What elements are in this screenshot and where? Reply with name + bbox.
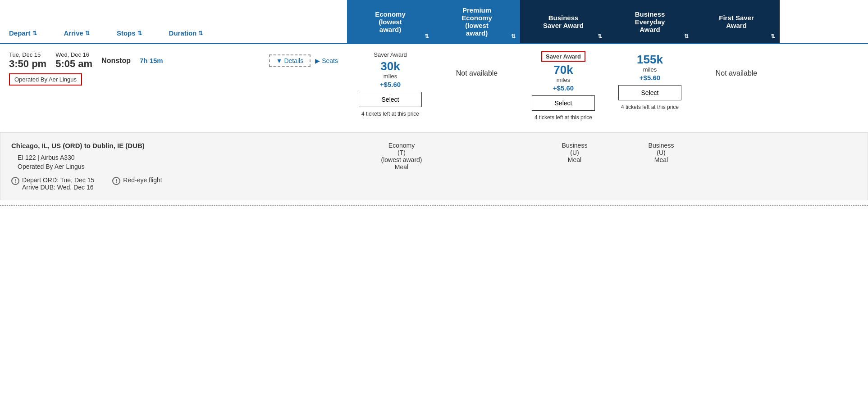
- duration-block: 7h 15m: [140, 57, 163, 64]
- flight-award-cols: Saver Award 30k miles +$5.60 Select 4 ti…: [347, 51, 868, 121]
- first-saver-sort-arrow: ⇅: [771, 33, 775, 40]
- economy-fee: +$5.60: [380, 81, 401, 88]
- biz-saver-details-col: Business (U) Meal: [531, 142, 618, 191]
- bottom-divider: [0, 205, 868, 205]
- flight-left: Tue, Dec 15 3:50 pm Wed, Dec 16 5:05 am …: [0, 51, 347, 86]
- arrive-sort-icon: ⇅: [85, 30, 90, 36]
- details-depart-info: ! Depart ORD: Tue, Dec 15 Arrive DUB: We…: [11, 176, 94, 191]
- seats-label: Seats: [322, 57, 338, 64]
- economy-details-col: Economy (T) (lowest award) Meal: [358, 142, 445, 191]
- duration-label: Duration: [169, 29, 197, 37]
- biz-everyday-sort-arrow: ⇅: [684, 33, 689, 40]
- biz-everyday-header-text: BusinessEverydayAward: [635, 10, 665, 33]
- red-eye-icon: !: [112, 177, 120, 185]
- biz-saver-select-button[interactable]: Select: [532, 95, 595, 111]
- economy-detail-class: Economy: [363, 142, 440, 149]
- premium-details-col: [445, 142, 531, 191]
- details-red-eye: ! Red-eye flight: [112, 176, 162, 191]
- biz-saver-tickets-left: 4 tickets left at this price: [535, 114, 592, 121]
- biz-saver-detail-code: (U): [536, 149, 613, 156]
- flight-main-row: Tue, Dec 15 3:50 pm Wed, Dec 16 5:05 am …: [0, 44, 868, 128]
- flight-section: Tue, Dec 15 3:50 pm Wed, Dec 16 5:05 am …: [0, 44, 868, 206]
- biz-everyday-tickets-left: 4 tickets left at this price: [621, 104, 679, 110]
- depart-label: Depart: [9, 29, 31, 37]
- stops-value: Nonstop: [101, 57, 131, 64]
- biz-everyday-miles: 155k: [637, 53, 663, 66]
- economy-header[interactable]: Economy(lowestaward) ⇅: [347, 0, 434, 43]
- biz-saver-miles-text: miles: [557, 77, 570, 83]
- biz-saver-fee: +$5.60: [553, 84, 574, 92]
- biz-everyday-details-col: Business (U) Meal: [618, 142, 704, 191]
- details-inner: Chicago, IL, US (ORD) to Dublin, IE (DUB…: [11, 142, 857, 191]
- biz-saver-miles: 70k: [553, 63, 573, 77]
- first-saver-details-col: [704, 142, 791, 191]
- depart-sort-icon: ⇅: [32, 30, 37, 36]
- arrive-header[interactable]: Arrive ⇅: [64, 29, 90, 39]
- economy-col: Saver Award 30k miles +$5.60 Select 4 ti…: [347, 51, 434, 121]
- stops-sort-icon: ⇅: [137, 30, 142, 36]
- details-award-cols: Economy (T) (lowest award) Meal Business…: [358, 142, 857, 191]
- depart-schedule-text: Depart ORD: Tue, Dec 15 Arrive DUB: Wed,…: [22, 176, 94, 191]
- biz-everyday-fee: +$5.60: [640, 74, 660, 81]
- red-eye-text: Red-eye flight: [123, 176, 162, 184]
- details-flight-number: EI 122 | Airbus A330: [11, 154, 349, 161]
- details-arrow-icon: ▼: [276, 57, 283, 64]
- economy-tickets-left: 4 tickets left at this price: [361, 111, 419, 117]
- biz-saver-col: Saver Award 70k miles +$5.60 Select 4 ti…: [520, 51, 607, 121]
- economy-sort-arrow: ⇅: [425, 33, 429, 40]
- biz-saver-detail-class: Business: [536, 142, 613, 149]
- premium-header-text: PremiumEconomy(lowestaward): [461, 6, 492, 37]
- flight-info-row: Tue, Dec 15 3:50 pm Wed, Dec 16 5:05 am …: [9, 51, 338, 70]
- economy-detail-meal: Meal: [363, 163, 440, 171]
- economy-miles-text: miles: [384, 73, 397, 80]
- biz-everyday-select-button[interactable]: Select: [618, 85, 681, 100]
- details-route: Chicago, IL, US (ORD) to Dublin, IE (DUB…: [11, 142, 349, 149]
- details-seats-group: ▼ Details ▶ Seats: [269, 54, 338, 67]
- arrive-time: 5:05 am: [55, 58, 92, 70]
- premium-col: Not available: [434, 51, 520, 121]
- biz-saver-award-label: Saver Award: [541, 51, 585, 62]
- biz-everyday-col: 155k miles +$5.60 Select 4 tickets left …: [607, 51, 693, 121]
- biz-saver-sort-arrow: ⇅: [598, 33, 602, 40]
- biz-everyday-miles-text: miles: [643, 66, 657, 73]
- depart-info-icon: !: [11, 177, 19, 185]
- biz-saver-header-text: BusinessSaver Award: [543, 14, 584, 29]
- arrive-block: Wed, Dec 16 5:05 am: [55, 51, 92, 70]
- first-saver-not-available: Not available: [716, 51, 758, 77]
- economy-detail-type: (lowest award): [363, 156, 440, 163]
- arrive-date: Wed, Dec 16: [55, 51, 92, 58]
- details-button[interactable]: ▼ Details: [269, 54, 311, 67]
- operated-by-block: Operated By Aer Lingus: [9, 70, 338, 86]
- first-saver-header[interactable]: First SaverAward ⇅: [693, 0, 780, 43]
- biz-saver-detail-meal: Meal: [536, 156, 613, 163]
- header-row: Depart ⇅ Arrive ⇅ Stops ⇅ Duration ⇅ Eco…: [0, 0, 868, 44]
- first-saver-header-text: First SaverAward: [719, 14, 754, 29]
- arrive-label: Arrive: [64, 29, 83, 37]
- first-saver-col: Not available: [693, 51, 780, 121]
- depart-time: 3:50 pm: [9, 58, 46, 70]
- duration-value: 7h 15m: [140, 57, 163, 64]
- biz-everyday-header[interactable]: BusinessEverydayAward ⇅: [607, 0, 693, 43]
- biz-saver-header[interactable]: BusinessSaver Award ⇅: [520, 0, 607, 43]
- details-schedule: ! Depart ORD: Tue, Dec 15 Arrive DUB: We…: [11, 176, 349, 191]
- premium-header[interactable]: PremiumEconomy(lowestaward) ⇅: [434, 0, 520, 43]
- biz-everyday-detail-class: Business: [622, 142, 700, 149]
- seats-arrow-icon: ▶: [315, 57, 320, 64]
- page-wrapper: Depart ⇅ Arrive ⇅ Stops ⇅ Duration ⇅ Eco…: [0, 0, 868, 397]
- depart-date: Tue, Dec 15: [9, 51, 46, 58]
- premium-not-available: Not available: [456, 51, 498, 77]
- duration-sort-icon: ⇅: [198, 30, 203, 36]
- details-left: Chicago, IL, US (ORD) to Dublin, IE (DUB…: [11, 142, 358, 191]
- award-headers: Economy(lowestaward) ⇅ PremiumEconomy(lo…: [347, 0, 868, 43]
- economy-miles: 30k: [380, 60, 400, 73]
- operated-by-badge: Operated By Aer Lingus: [9, 73, 82, 86]
- depart-header[interactable]: Depart ⇅: [9, 29, 37, 39]
- stops-header[interactable]: Stops ⇅: [117, 29, 142, 39]
- economy-detail-code: (T): [363, 149, 440, 156]
- details-section: Chicago, IL, US (ORD) to Dublin, IE (DUB…: [0, 132, 868, 200]
- economy-header-text: Economy(lowestaward): [375, 10, 406, 33]
- details-label: Details: [284, 57, 303, 64]
- duration-header[interactable]: Duration ⇅: [169, 29, 203, 39]
- seats-button[interactable]: ▶ Seats: [315, 57, 338, 64]
- economy-select-button[interactable]: Select: [359, 92, 422, 107]
